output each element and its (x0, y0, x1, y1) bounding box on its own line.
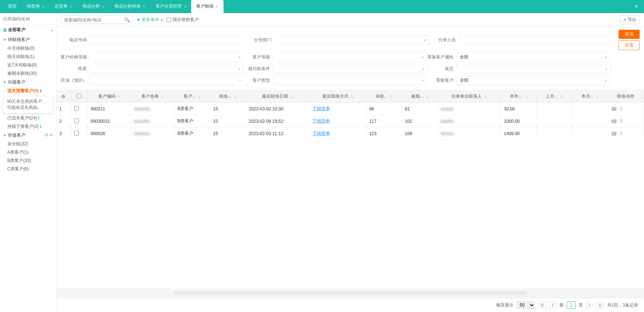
tab-analysis-list[interactable]: 商品分析列表 × (109, 0, 150, 13)
sidebar-item-tomorrow-label: 明天待联络(1) (7, 54, 35, 60)
filter-scatter-attr-select[interactable]: 全部∨ (456, 52, 611, 62)
filter-status-select[interactable]: ∨ (456, 64, 611, 73)
filter-customer-level-select[interactable]: ∨ (273, 52, 427, 62)
query-button[interactable]: 查询 (619, 30, 640, 39)
tab-sales[interactable]: 销货单 × (22, 0, 49, 13)
tab-customer-layer-close[interactable]: × (184, 4, 186, 9)
sidebar-item-c-class[interactable]: C类客户(6) (0, 165, 56, 173)
tab-customer-contact-close[interactable]: × (216, 4, 218, 9)
cell-last-method[interactable]: 下销货单 (309, 127, 366, 140)
tab-customer-contact[interactable]: 客户联络 × (191, 0, 223, 13)
contact-method-link[interactable]: 下销货单 (313, 106, 330, 111)
more-action-icon[interactable]: ⠿ (619, 131, 623, 137)
cell-last-method[interactable]: 下销货单 (309, 115, 366, 127)
sidebar-item-a-class[interactable]: A类客户(1) (0, 148, 56, 157)
th-this-year[interactable]: 本年... ⇅ (501, 90, 536, 103)
tab-purchase-close[interactable]: × (70, 4, 72, 9)
filter-nature-select[interactable]: ∨ (90, 64, 244, 73)
sidebar-item-b-class[interactable]: B类客户(33) (0, 157, 56, 165)
filter-phone-input[interactable] (90, 35, 245, 45)
sidebar-item-7day-contact[interactable]: 近7天待联络(0) (0, 61, 56, 69)
row-checkbox[interactable] (74, 131, 79, 135)
refresh-icon[interactable]: ↺ (44, 133, 48, 138)
my-customers-checkbox-label[interactable]: 我分管的客户 (166, 17, 199, 23)
more-action-icon[interactable]: ⠿ (619, 118, 623, 124)
tab-customer-layer[interactable]: 客户分层经营 × (150, 0, 191, 13)
sidebar-item-overdue-contact[interactable]: 逾期未联络(30) (0, 69, 56, 78)
cell-checkbox[interactable] (71, 115, 88, 127)
per-page-select[interactable]: 50 100 200 (516, 301, 535, 309)
sidebar-item-declining[interactable]: 持续下滑客户(2) ℹ (0, 122, 56, 131)
sidebar-item-churn-warning[interactable]: 流失预警客户(3) ℹ (0, 87, 56, 95)
th-uncontacted[interactable]: 未联... ⇅ (366, 90, 402, 103)
sidebar-item-tomorrow-contact[interactable]: 明天待联络(1) (0, 53, 56, 61)
th-name[interactable]: 客户名称 ⇅ (131, 90, 174, 103)
sidebar-group-value[interactable]: ▼ 价值客户 ↺ ✏ (0, 131, 56, 140)
cell-checkbox[interactable] (71, 103, 88, 115)
th-settings[interactable]: ⚙ (56, 90, 71, 103)
filter-region-input[interactable] (90, 76, 237, 85)
contact-action-icon[interactable]: ☎ (611, 131, 617, 137)
filter-payment-select[interactable]: ∨ (273, 64, 427, 73)
filter-customer-type-select[interactable]: ∨ (273, 76, 427, 85)
th-type[interactable]: 客户... ⇅ (174, 90, 210, 103)
contact-action-icon[interactable]: ☎ (611, 106, 617, 112)
settings-button[interactable]: 设置 (619, 40, 640, 50)
all-customers-header[interactable]: ⊞ 全部客户 « (0, 25, 56, 35)
tab-analysis-close[interactable]: × (102, 4, 104, 9)
first-page-button[interactable]: ⟨⟨ (538, 301, 547, 309)
search-input[interactable] (64, 17, 124, 23)
th-last-date[interactable]: 最后联络日期 ⇅ (246, 90, 310, 103)
tab-home[interactable]: 首页 (3, 0, 22, 13)
prev-page-button[interactable]: ⟨ (550, 301, 556, 309)
contact-method-link[interactable]: 下销货单 (313, 118, 330, 123)
th-checkbox[interactable] (71, 90, 88, 103)
filter-person-input[interactable] (459, 35, 608, 45)
edit-icon[interactable]: ✏ (49, 133, 53, 138)
contact-action-icon[interactable]: ☎ (611, 118, 617, 124)
more-action-icon[interactable]: ⠿ (619, 106, 623, 112)
last-page-button[interactable]: ⟩⟩ (596, 301, 604, 309)
tab-sales-close[interactable]: × (42, 4, 44, 9)
filter-region-label: 区域（地区） (61, 77, 90, 84)
close-all-tabs-button[interactable]: × (632, 3, 641, 10)
sidebar-group-pending[interactable]: ▼ 待联络客户 (0, 35, 56, 44)
row-checkbox[interactable] (74, 106, 79, 111)
filter-region-dots[interactable]: ··· (237, 78, 244, 83)
th-this-month[interactable]: 本月... ⇅ (572, 90, 608, 103)
th-last-month[interactable]: 上月... ⇅ (536, 90, 572, 103)
sidebar-item-already-churned[interactable]: 已流失客户(24) ℹ (0, 114, 56, 122)
sidebar-search-input[interactable] (3, 16, 56, 21)
th-contact-count[interactable]: 联络... ⇅ (210, 90, 246, 103)
sidebar-group-problem[interactable]: ▼ 问题客户 (0, 78, 56, 87)
filter-person-dots[interactable]: ··· (608, 37, 614, 42)
next-page-button[interactable]: ⟩ (586, 301, 593, 309)
cell-last-method[interactable]: 下销货单 (309, 103, 366, 115)
export-button[interactable]: ↗ 导出 (620, 15, 640, 24)
th-overdue[interactable]: 逾期... ⇅ (402, 90, 438, 103)
tab-purchase[interactable]: 进货单 × (49, 0, 77, 13)
contact-method-link[interactable]: 下销货单 (313, 131, 330, 136)
info-icon2[interactable]: ℹ (38, 116, 39, 121)
select-all-checkbox[interactable] (77, 94, 81, 98)
info-icon3[interactable]: ℹ (40, 124, 41, 129)
th-last-method[interactable]: 最后联络方式 ⇅ (309, 90, 366, 103)
tab-analysis[interactable]: 商品分析 × (77, 0, 109, 13)
cell-name: ■■■■■■ (131, 103, 174, 115)
sidebar-item-ungrouped[interactable]: 未分组(32) (0, 140, 56, 148)
filter-scatter-select[interactable]: 全部∨ (456, 76, 611, 85)
filter-dept-select[interactable]: ∨ (274, 35, 430, 45)
my-customers-checkbox[interactable] (166, 17, 171, 22)
more-filter-button[interactable]: ▼ 更多条件 ∨ (136, 17, 164, 23)
sidebar-item-7day-label: 近7天待联络(0) (7, 62, 37, 68)
tab-analysis-list-close[interactable]: × (143, 4, 145, 9)
th-contact-person[interactable]: 往来单位联系人 ⇅ (438, 90, 501, 103)
toolbar-search-icon[interactable]: 🔍 (124, 17, 130, 23)
th-code[interactable]: 客户编码 ⇅ (88, 90, 131, 103)
filter-price-level-select[interactable]: ∨ (90, 52, 244, 62)
info-icon[interactable]: ℹ (40, 89, 41, 93)
sidebar-item-today-contact[interactable]: 今天待联络(0) (0, 44, 56, 53)
cell-checkbox[interactable] (71, 127, 88, 140)
horizontal-scrollbar[interactable] (174, 291, 526, 295)
row-checkbox[interactable] (74, 118, 79, 123)
